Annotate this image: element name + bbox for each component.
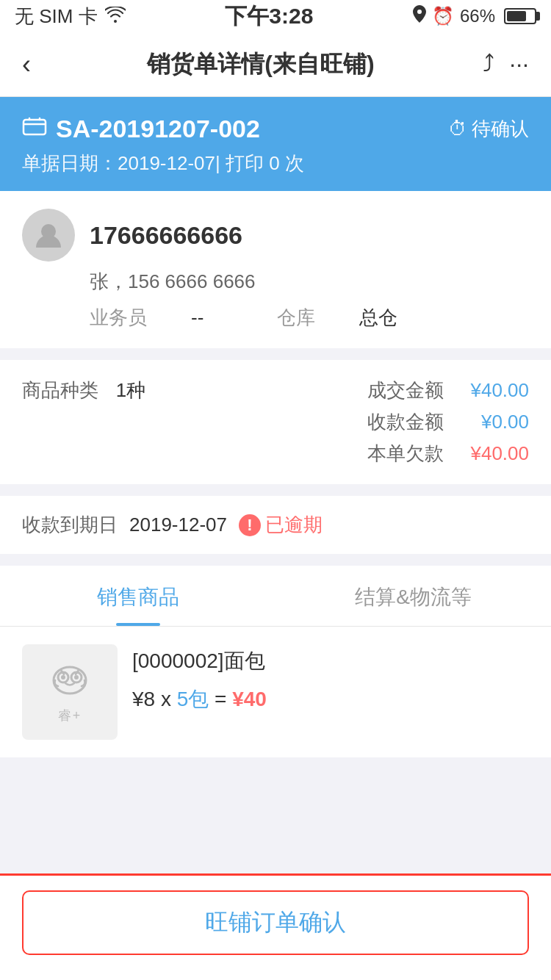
brand-label: 睿+ xyxy=(58,707,82,724)
product-types-label: 商品种类 xyxy=(22,379,98,401)
duedate-section: 收款到期日 2019-12-07 ! 已逾期 xyxy=(0,496,551,554)
warehouse-value: 总仓 xyxy=(359,305,397,331)
tab-sales-products[interactable]: 销售商品 xyxy=(0,566,276,626)
owed-row: 本单欠款 ¥40.00 xyxy=(367,441,529,466)
received-value: ¥0.00 xyxy=(455,411,529,433)
quantity: 5包 xyxy=(177,688,209,710)
price-base: ¥8 x xyxy=(132,688,177,710)
warehouse-label: 仓库 xyxy=(277,305,315,331)
received-row: 收款金额 ¥0.00 xyxy=(367,409,529,435)
customer-name: 张，156 6666 6666 xyxy=(90,269,529,295)
product-thumbnail: 睿+ xyxy=(22,644,118,740)
salesman-label: 业务员 xyxy=(90,305,147,331)
product-info: [0000002]面包 ¥8 x 5包 = ¥40 xyxy=(132,644,529,713)
battery-text: 66% xyxy=(460,6,495,26)
received-label: 收款金额 xyxy=(367,409,444,435)
bottom-button-wrap: 旺铺订单确认 xyxy=(0,873,551,980)
customer-phone: 17666666666 xyxy=(90,221,242,250)
duedate-label: 收款到期日 xyxy=(22,512,118,538)
avatar xyxy=(22,209,75,262)
owed-label: 本单欠款 xyxy=(367,441,444,466)
equals-sign: = xyxy=(209,688,232,710)
product-section: 睿+ [0000002]面包 ¥8 x 5包 = ¥40 xyxy=(0,627,551,757)
owed-value: ¥40.00 xyxy=(455,442,529,465)
order-id: SA-20191207-002 xyxy=(22,115,260,143)
tabs-section: 销售商品 结算&物流等 xyxy=(0,566,551,757)
status-right: ⏰ 66% xyxy=(413,5,536,27)
back-button[interactable]: ‹ xyxy=(22,49,66,80)
svg-rect-0 xyxy=(24,120,46,134)
status-bar: 无 SIM 卡 下午3:28 ⏰ 66% xyxy=(0,0,551,32)
order-header: SA-20191207-002 ⏱ 待确认 单据日期：2019-12-07| 打… xyxy=(0,97,551,191)
product-item: 睿+ [0000002]面包 ¥8 x 5包 = ¥40 xyxy=(22,644,529,740)
status-time: 下午3:28 xyxy=(225,1,313,32)
warning-icon: ! xyxy=(239,514,261,536)
order-date: 单据日期：2019-12-07| 打印 0 次 xyxy=(22,151,529,176)
svg-point-5 xyxy=(61,675,65,680)
product-name: [0000002]面包 xyxy=(132,647,529,675)
total-price: ¥40 xyxy=(232,688,267,710)
product-types-value: 1种 xyxy=(116,379,145,401)
status-left: 无 SIM 卡 xyxy=(15,4,126,29)
battery-icon xyxy=(504,8,536,24)
location-icon xyxy=(413,5,426,27)
salesman-value: -- xyxy=(191,306,204,329)
alarm-icon: ⏰ xyxy=(432,6,454,26)
customer-section: 17666666666 张，156 6666 6666 业务员 -- 仓库 总仓 xyxy=(0,191,551,348)
owl-icon xyxy=(48,660,92,702)
order-icon xyxy=(22,115,47,143)
customer-meta: 业务员 -- 仓库 总仓 xyxy=(90,305,529,331)
order-status: ⏱ 待确认 xyxy=(448,116,529,142)
deal-amount-label: 成交金额 xyxy=(367,378,444,403)
confirm-order-button[interactable]: 旺铺订单确认 xyxy=(22,890,529,955)
nav-bar: ‹ 销货单详情(来自旺铺) ⤴ ··· xyxy=(0,32,551,97)
amounts-right: 成交金额 ¥40.00 收款金额 ¥0.00 本单欠款 ¥40.00 xyxy=(367,378,529,466)
page-title: 销货单详情(来自旺铺) xyxy=(66,48,455,81)
product-price: ¥8 x 5包 = ¥40 xyxy=(132,685,529,713)
tabs-row: 销售商品 结算&物流等 xyxy=(0,566,551,627)
overdue-text: 已逾期 xyxy=(265,512,323,538)
tab-settlement[interactable]: 结算&物流等 xyxy=(276,566,551,626)
clock-icon: ⏱ xyxy=(448,118,467,140)
carrier-text: 无 SIM 卡 xyxy=(15,4,98,29)
overdue-badge: ! 已逾期 xyxy=(239,512,323,538)
more-icon[interactable]: ··· xyxy=(509,51,529,78)
wifi-icon xyxy=(105,5,126,28)
duedate-value: 2019-12-07 xyxy=(129,514,227,536)
deal-amount-value: ¥40.00 xyxy=(455,379,529,402)
deal-amount-row: 成交金额 ¥40.00 xyxy=(367,378,529,403)
share-icon[interactable]: ⤴ xyxy=(483,51,494,78)
product-types: 商品种类 1种 xyxy=(22,378,145,403)
amounts-section: 商品种类 1种 成交金额 ¥40.00 收款金额 ¥0.00 本单欠款 ¥40.… xyxy=(0,360,551,484)
nav-actions: ⤴ ··· xyxy=(455,51,529,78)
svg-point-6 xyxy=(74,675,79,680)
